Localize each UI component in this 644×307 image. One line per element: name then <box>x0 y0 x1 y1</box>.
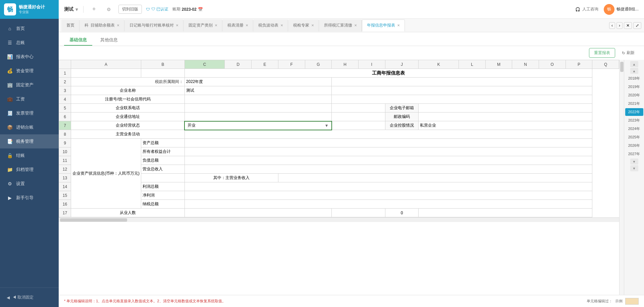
sidebar-item-close[interactable]: 🔒 结账 <box>0 148 59 163</box>
cell-1b[interactable] <box>141 69 185 78</box>
cell-10c[interactable] <box>184 147 592 156</box>
year-2023[interactable]: 2023年 <box>625 117 643 124</box>
cell-15b[interactable]: 净利润 <box>141 191 185 200</box>
cell-5h[interactable] <box>332 104 385 113</box>
cell-13c[interactable]: 其中：主营业务收入 <box>184 174 278 182</box>
tab-expand-button[interactable]: ⤢ <box>633 22 641 29</box>
company-selector[interactable]: 测试 ▾ <box>64 6 78 12</box>
cell-14b[interactable]: 利润总额 <box>141 182 185 191</box>
tab-next-button[interactable]: › <box>616 22 623 29</box>
subtab-basic[interactable]: 基础信息 <box>64 35 92 46</box>
cell-5c[interactable] <box>184 104 331 113</box>
cell-7j[interactable]: 企业控股情况 <box>385 121 419 130</box>
tab-taxwave-close[interactable]: ✕ <box>280 24 283 27</box>
tab-tax-wave[interactable]: 税负波动表 ✕ <box>253 19 288 32</box>
col-header-d[interactable]: D <box>225 60 252 69</box>
cell-17k[interactable] <box>419 209 592 217</box>
cell-17a[interactable]: 从业人数 <box>71 209 185 217</box>
cell-10b[interactable]: 所有者权益合计 <box>141 147 185 156</box>
tab-fixed-asset[interactable]: 固定资产类别 ✕ <box>183 19 222 32</box>
cell-13d[interactable] <box>278 174 592 182</box>
col-header-m[interactable]: M <box>485 60 512 69</box>
cell-1c[interactable]: 工商年报信息表 <box>184 69 592 78</box>
sidebar-item-settings[interactable]: ⚙ 设置 <box>0 177 59 191</box>
tab-tax-list[interactable]: 税表清册 ✕ <box>222 19 253 32</box>
col-header-o[interactable]: O <box>539 60 566 69</box>
col-header-g[interactable]: G <box>305 60 332 69</box>
cell-17j[interactable]: 0 <box>385 209 419 217</box>
cell-13b[interactable] <box>141 174 185 182</box>
year-down2-button[interactable]: ▼ <box>630 165 638 171</box>
vscroll-thumb[interactable] <box>620 62 624 72</box>
cell-6k[interactable] <box>419 113 592 121</box>
col-header-i[interactable]: I <box>358 60 385 69</box>
cell-16b[interactable]: 纳税总额 <box>141 200 185 209</box>
switch-old-button[interactable]: 切到旧版 <box>118 5 142 14</box>
cell-5k[interactable] <box>419 104 592 113</box>
refresh-button[interactable]: ↻ 刷新 <box>618 48 639 57</box>
cell-7a[interactable]: 企业经营状态 <box>71 121 185 130</box>
sidebar-item-invoice[interactable]: 🧾 发票管理 <box>0 106 59 120</box>
tab-income-tax[interactable]: 所得税汇算清缴 ✕ <box>319 19 362 32</box>
year-2020[interactable]: 2020年 <box>625 91 643 99</box>
cell-9b[interactable]: 资产总额 <box>141 139 185 147</box>
sidebar-item-tax[interactable]: 📑 税务管理 <box>0 134 59 148</box>
cell-17c[interactable] <box>184 209 331 217</box>
cell-11c[interactable] <box>184 156 592 165</box>
col-header-l[interactable]: L <box>459 60 485 69</box>
cell-6c[interactable] <box>184 113 331 121</box>
settings-button[interactable]: ⚙ <box>103 5 114 13</box>
tab-prev-button[interactable]: ‹ <box>609 22 615 29</box>
sidebar-item-purchase[interactable]: 📦 进销台账 <box>0 120 59 134</box>
tab-journal-close[interactable]: ✕ <box>176 24 178 27</box>
tab-aux-close[interactable]: ✕ <box>117 24 119 27</box>
col-header-b[interactable]: B <box>141 60 185 69</box>
cell-4h[interactable] <box>332 95 592 104</box>
cell-1a[interactable] <box>71 69 141 78</box>
spreadsheet-main[interactable]: A B C D E F G H I J K L M <box>59 60 619 295</box>
col-header-q[interactable]: Q <box>592 60 619 69</box>
tab-taxexpert-close[interactable]: ✕ <box>311 24 314 27</box>
cell-15c[interactable] <box>184 191 592 200</box>
pin-button[interactable]: ◀ ◀ 取消固定 <box>0 291 59 304</box>
subtab-other[interactable]: 其他信息 <box>95 35 123 46</box>
sidebar-item-home[interactable]: ⌂ 首页 <box>0 21 59 36</box>
cell-16c[interactable] <box>184 200 592 209</box>
cell-8a[interactable]: 主营业务活动 <box>71 130 185 139</box>
year-up-button[interactable]: ▲ <box>630 61 638 67</box>
cell-17h[interactable] <box>332 209 385 217</box>
cell-11b[interactable]: 负债总额 <box>141 156 185 165</box>
reset-button[interactable]: 重置报表 <box>589 48 615 58</box>
year-2027[interactable]: 2027年 <box>625 150 643 158</box>
tab-fixed-close[interactable]: ✕ <box>215 24 217 27</box>
col-header-n[interactable]: N <box>512 60 539 69</box>
cell-9c[interactable] <box>184 139 592 147</box>
dropdown-arrow-icon[interactable]: ▼ <box>325 123 329 128</box>
cell-14c[interactable] <box>184 182 592 191</box>
user-menu[interactable]: 畅 畅捷通B组... <box>604 4 639 15</box>
horizontal-scrollbar[interactable] <box>59 217 619 222</box>
cell-6h[interactable] <box>332 113 385 121</box>
tab-annual[interactable]: 年报信息申报表 ✕ <box>362 19 405 32</box>
sidebar-item-report[interactable]: 📊 报表中心 <box>0 50 59 64</box>
year-2018[interactable]: 2018年 <box>625 75 643 82</box>
cell-4c[interactable] <box>184 95 331 104</box>
service-button[interactable]: 🎧 人工咨询 <box>575 6 598 12</box>
cell-12c[interactable] <box>184 165 592 174</box>
col-header-e[interactable]: E <box>252 60 278 69</box>
cell-6a[interactable]: 企业通信地址 <box>71 113 185 121</box>
cell-7h[interactable] <box>332 121 385 130</box>
tab-tax-expert[interactable]: 税检专家 ✕ <box>288 19 319 32</box>
cell-3a[interactable]: 企业名称 <box>71 86 185 95</box>
cell-12b[interactable]: 营业总收入 <box>141 165 185 174</box>
cell-8c[interactable] <box>184 130 592 139</box>
sidebar-item-guide[interactable]: ▶ 新手引导 <box>0 191 59 205</box>
tab-taxlist-close[interactable]: ✕ <box>246 24 248 27</box>
year-2019[interactable]: 2019年 <box>625 83 643 91</box>
tab-home[interactable]: 首页 <box>61 19 79 32</box>
cell-3h[interactable] <box>332 86 592 95</box>
cell-4a[interactable]: 注册号/统一社会信用代码 <box>71 95 185 104</box>
col-header-a[interactable]: A <box>71 60 141 69</box>
tab-aux[interactable]: 科目辅助余额表 ✕ <box>79 19 124 32</box>
col-header-k[interactable]: K <box>419 60 459 69</box>
